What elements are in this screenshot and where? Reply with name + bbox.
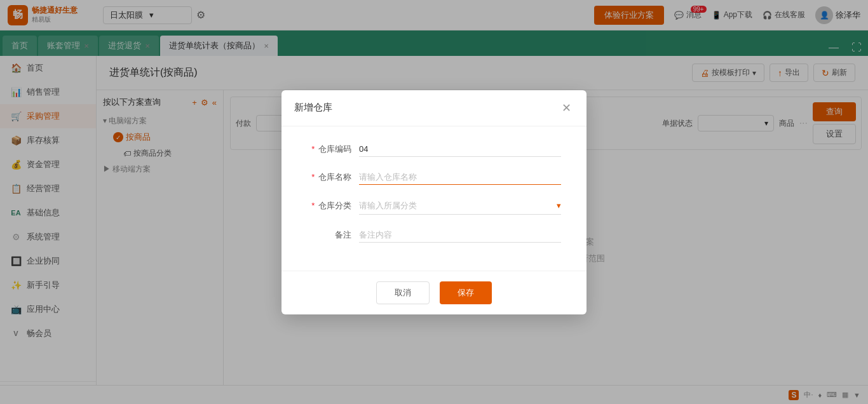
required-star-code: * — [311, 144, 315, 154]
warehouse-name-input[interactable] — [359, 170, 561, 185]
modal-header: 新增仓库 ✕ — [281, 90, 587, 126]
save-button[interactable]: 保存 — [440, 281, 492, 304]
warehouse-code-input[interactable] — [359, 142, 561, 157]
category-field-label: * 仓库分类 — [307, 200, 351, 212]
category-placeholder: 请输入所属分类 — [359, 200, 417, 212]
warehouse-category-select[interactable]: 请输入所属分类 ▾ — [359, 198, 561, 215]
category-chevron-icon: ▾ — [557, 201, 561, 210]
modal-footer: 取消 保存 — [281, 271, 587, 314]
modal-body: * 仓库编码 * 仓库名称 * 仓库分类 请输入 — [281, 126, 587, 271]
warehouse-name-row: * 仓库名称 — [307, 170, 561, 185]
code-label: * 仓库编码 — [307, 144, 351, 155]
remark-label: 备注 — [307, 229, 351, 241]
add-warehouse-modal: 新增仓库 ✕ * 仓库编码 * 仓库名称 — [281, 90, 587, 314]
warehouse-remark-row: 备注 — [307, 227, 561, 243]
modal-close-button[interactable]: ✕ — [559, 100, 574, 116]
warehouse-remark-input[interactable] — [359, 227, 561, 243]
required-star-name: * — [311, 172, 315, 182]
name-label: * 仓库名称 — [307, 172, 351, 183]
required-star-category: * — [311, 201, 315, 210]
modal-title: 新增仓库 — [294, 102, 332, 114]
modal-overlay[interactable]: 新增仓库 ✕ * 仓库编码 * 仓库名称 — [0, 0, 868, 404]
warehouse-category-row: * 仓库分类 请输入所属分类 ▾ — [307, 198, 561, 215]
warehouse-code-row: * 仓库编码 — [307, 142, 561, 157]
cancel-button[interactable]: 取消 — [376, 281, 430, 304]
